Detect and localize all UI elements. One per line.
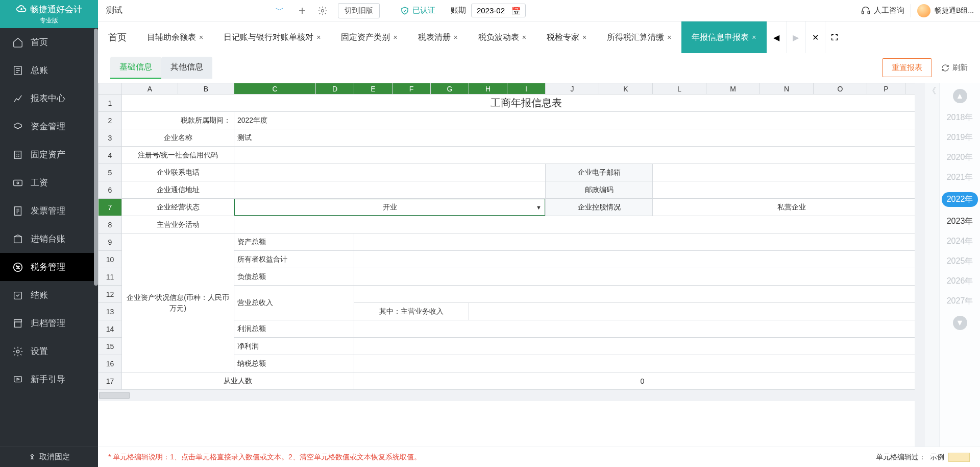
sidebar-item-guide[interactable]: 新手引导	[0, 365, 98, 393]
row-header[interactable]: 3	[99, 129, 122, 147]
close-icon[interactable]: ×	[454, 33, 458, 41]
tabs-prev[interactable]: ◀	[767, 21, 786, 53]
row-header[interactable]: 17	[99, 372, 122, 390]
row-header[interactable]: 4	[99, 147, 122, 164]
tab-annual-report[interactable]: 年报信息申报表×	[681, 21, 766, 53]
col-header[interactable]: O	[814, 83, 867, 95]
row-header[interactable]: 15	[99, 338, 122, 355]
settings-button[interactable]	[312, 1, 333, 21]
close-icon[interactable]: ×	[199, 33, 203, 41]
row-header[interactable]: 7	[99, 199, 122, 216]
col-header[interactable]: P	[867, 83, 905, 95]
col-header[interactable]: F	[393, 83, 431, 95]
year-item[interactable]: 2027年	[947, 296, 973, 307]
consult-button[interactable]: 人工咨询	[861, 6, 904, 16]
cell[interactable]: 2022年度	[234, 112, 915, 129]
row-header[interactable]: 11	[99, 268, 122, 286]
cell[interactable]	[653, 164, 915, 181]
cell[interactable]	[354, 286, 915, 303]
select-all-cell[interactable]	[99, 83, 122, 95]
inner-tab-basic[interactable]: 基础信息	[110, 57, 161, 79]
year-item[interactable]: 2024年	[947, 236, 973, 247]
year-item-active[interactable]: 2022年	[942, 192, 978, 207]
year-item[interactable]: 2020年	[947, 152, 973, 163]
cell[interactable]: 主营业务活动	[122, 216, 234, 233]
tab-bank-recon[interactable]: 日记账与银行对账单核对×	[213, 21, 331, 53]
row-header[interactable]: 1	[99, 95, 122, 112]
cell[interactable]	[354, 233, 915, 251]
cell[interactable]: 纳税总额	[234, 355, 354, 372]
row-header[interactable]: 12	[99, 286, 122, 303]
year-item[interactable]: 2021年	[947, 172, 973, 183]
sidebar-item-archive[interactable]: 归档管理	[0, 309, 98, 337]
tab-tax-fluctuation[interactable]: 税负波动表×	[468, 21, 536, 53]
tab-income-tax[interactable]: 所得税汇算清缴×	[597, 21, 681, 53]
tabs-close-all[interactable]: ✕	[805, 21, 825, 53]
close-icon[interactable]: ×	[393, 33, 397, 41]
cell[interactable]: 资产总额	[234, 233, 354, 251]
cell[interactable]	[354, 268, 915, 286]
cell[interactable]	[653, 181, 915, 199]
cell[interactable]	[469, 303, 915, 320]
cell[interactable]: 企业控股情况	[546, 199, 653, 216]
col-header[interactable]: A	[122, 83, 178, 95]
reset-report-button[interactable]: 重置报表	[882, 58, 932, 77]
close-icon[interactable]: ×	[316, 33, 321, 41]
sheet-title[interactable]: 工商年报信息表	[122, 95, 915, 112]
business-status-cell[interactable]: 开业	[234, 199, 546, 216]
tab-aux-balance[interactable]: 目辅助余额表×	[137, 21, 213, 53]
spreadsheet[interactable]: A B C D E F G H I J K L M N O	[98, 83, 915, 447]
tab-asset-category[interactable]: 固定资产类别×	[331, 21, 407, 53]
year-down[interactable]: ▼	[953, 316, 967, 330]
sidebar-item-invoice[interactable]: 发票管理	[0, 197, 98, 225]
sidebar-item-funds[interactable]: 资金管理	[0, 112, 98, 141]
sidebar-item-tax[interactable]: 税务管理	[0, 253, 98, 281]
tabs-fullscreen[interactable]	[825, 21, 844, 53]
h-scrollbar[interactable]	[98, 390, 915, 401]
add-button[interactable]	[292, 1, 312, 21]
year-item[interactable]: 2018年	[947, 112, 973, 123]
cell[interactable]	[354, 320, 915, 338]
row-header[interactable]: 16	[99, 355, 122, 372]
cell[interactable]: 其中：主营业务收入	[354, 303, 469, 320]
year-item[interactable]: 2019年	[947, 132, 973, 143]
sidebar-item-inventory[interactable]: 进销台账	[0, 225, 98, 253]
cell[interactable]: 测试	[234, 129, 915, 147]
cell[interactable]: 企业联系电话	[122, 164, 234, 181]
cell[interactable]	[354, 251, 915, 268]
row-header[interactable]: 8	[99, 216, 122, 233]
year-item[interactable]: 2023年	[947, 216, 973, 227]
tab-tax-expert[interactable]: 税检专家×	[536, 21, 597, 53]
year-up[interactable]: ▲	[953, 89, 967, 103]
h-scroll-thumb[interactable]	[99, 392, 130, 399]
cell[interactable]	[234, 181, 546, 199]
sidebar-item-settings[interactable]: 设置	[0, 337, 98, 365]
cell[interactable]: 从业人数	[122, 372, 354, 390]
sidebar-item-closing[interactable]: 结账	[0, 281, 98, 309]
cell[interactable]: 净利润	[234, 338, 354, 355]
cell[interactable]: 企业电子邮箱	[546, 164, 653, 181]
close-icon[interactable]: ×	[667, 33, 671, 41]
col-header[interactable]: I	[507, 83, 546, 95]
sidebar-item-assets[interactable]: 固定资产	[0, 141, 98, 169]
sidebar-item-reports[interactable]: 报表中心	[0, 84, 98, 112]
col-header[interactable]: C	[234, 83, 316, 95]
refresh-button[interactable]: 刷新	[941, 63, 968, 73]
v-scrollbar[interactable]	[915, 83, 925, 447]
col-header[interactable]: D	[316, 83, 354, 95]
col-header[interactable]: H	[469, 83, 507, 95]
col-header[interactable]: L	[653, 83, 706, 95]
cell[interactable]: 营业总收入	[234, 286, 354, 320]
collapse-left-icon[interactable]: 《	[928, 86, 936, 97]
row-header[interactable]: 14	[99, 320, 122, 338]
col-header[interactable]: J	[546, 83, 599, 95]
cell[interactable]: 企业资产状况信息(币种：人民币万元)	[122, 233, 234, 372]
cell[interactable]: 企业通信地址	[122, 181, 234, 199]
cell[interactable]	[234, 164, 546, 181]
sidebar-item-home[interactable]: 首页	[0, 28, 98, 56]
row-header[interactable]: 9	[99, 233, 122, 251]
year-item[interactable]: 2026年	[947, 276, 973, 287]
cell[interactable]: 私营企业	[653, 199, 915, 216]
cell[interactable]: 负债总额	[234, 268, 354, 286]
col-header[interactable]: E	[354, 83, 393, 95]
